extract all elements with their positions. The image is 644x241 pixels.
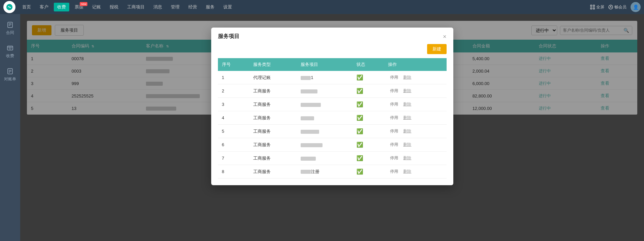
new-badge: new [80, 2, 87, 6]
status-check-icon: ✅ [356, 102, 363, 107]
svg-rect-1 [591, 5, 592, 6]
sidebar: 合同 收费 对账单 [0, 14, 20, 241]
modal-cell-item [297, 84, 352, 98]
modal-table-row: 2 工商服务 ✅ 停用 删除 [218, 84, 447, 98]
modal-cell-no: 4 [218, 111, 249, 125]
modal-table-row: 3 工商服务 ✅ 停用 删除 [218, 98, 447, 111]
status-check-icon: ✅ [356, 169, 363, 174]
statement-icon [6, 67, 14, 75]
svg-rect-11 [7, 46, 13, 50]
modal-cell-item [297, 152, 352, 165]
delete-button[interactable]: 删除 [401, 128, 413, 135]
modal-cell-type: 工商服务 [249, 152, 297, 165]
member-button[interactable]: 畅会员 [608, 4, 627, 10]
nav-item-tax[interactable]: 报税 [106, 3, 122, 11]
modal-cell-item [297, 98, 352, 111]
stop-button[interactable]: 停用 [388, 141, 400, 148]
sidebar-item-fee[interactable]: 收费 [1, 41, 19, 62]
modal-cell-status: ✅ [352, 84, 384, 98]
main-layout: 合同 收费 对账单 新增 服务项目 进行中 已结束 [0, 14, 644, 241]
service-items-modal: 服务项目 × 新建 序号 服务类型 服务项目 状态 [211, 28, 453, 185]
stop-button[interactable]: 停用 [388, 101, 400, 108]
modal-cell-no: 8 [218, 165, 249, 178]
delete-button[interactable]: 删除 [401, 114, 413, 121]
status-check-icon: ✅ [356, 88, 363, 94]
modal-col-type: 服务类型 [249, 58, 297, 71]
modal-table-row: 1 代理记账 1 ✅ 停用 删除 [218, 71, 447, 84]
modal-cell-action: 停用 删除 [384, 98, 447, 111]
fullscreen-label: 全屏 [596, 4, 604, 10]
stop-button[interactable]: 停用 [388, 87, 400, 94]
modal-new-button[interactable]: 新建 [427, 44, 447, 54]
svg-rect-3 [591, 8, 592, 9]
top-navigation: 首页 客户 收费 票据 new 记账 报税 工商项目 消息 管理 经营 服务 设… [0, 0, 644, 14]
delete-button[interactable]: 删除 [401, 141, 413, 148]
modal-cell-type: 工商服务 [249, 98, 297, 111]
modal-cell-status: ✅ [352, 165, 384, 178]
svg-point-6 [610, 6, 611, 7]
nav-item-industrial[interactable]: 工商项目 [124, 3, 148, 11]
service-items-table: 序号 服务类型 服务项目 状态 操作 1 代理记账 1 ✅ 停用 删除 2 [218, 58, 447, 178]
modal-cell-no: 2 [218, 84, 249, 98]
modal-col-no: 序号 [218, 58, 249, 71]
modal-cell-item [297, 111, 352, 125]
modal-cell-item [297, 138, 352, 152]
nav-item-customer[interactable]: 客户 [36, 3, 52, 11]
sidebar-item-contract[interactable]: 合同 [1, 17, 19, 39]
modal-cell-status: ✅ [352, 125, 384, 138]
status-check-icon: ✅ [356, 75, 363, 80]
fullscreen-button[interactable]: 全屏 [590, 4, 604, 10]
nav-item-service[interactable]: 服务 [202, 3, 218, 11]
modal-cell-action: 停用 删除 [384, 165, 447, 178]
nav-item-invoice[interactable]: 票据 new [71, 3, 87, 11]
modal-cell-action: 停用 删除 [384, 138, 447, 152]
member-label: 畅会员 [614, 4, 627, 10]
delete-button[interactable]: 删除 [401, 74, 413, 81]
nav-item-fee[interactable]: 收费 [54, 3, 69, 11]
svg-rect-7 [8, 22, 12, 28]
nav-item-settings[interactable]: 设置 [220, 3, 235, 11]
modal-cell-type: 工商服务 [249, 111, 297, 125]
stop-button[interactable]: 停用 [388, 155, 400, 162]
stop-button[interactable]: 停用 [388, 128, 400, 135]
nav-item-manage[interactable]: 管理 [167, 3, 183, 11]
modal-cell-type: 工商服务 [249, 84, 297, 98]
modal-col-item: 服务项目 [297, 58, 352, 71]
stop-button[interactable]: 停用 [388, 74, 400, 81]
modal-cell-action: 停用 删除 [384, 152, 447, 165]
modal-cell-status: ✅ [352, 98, 384, 111]
status-check-icon: ✅ [356, 155, 363, 161]
delete-button[interactable]: 删除 [401, 155, 413, 162]
nav-right: 全屏 畅会员 👤 [590, 2, 641, 12]
status-check-icon: ✅ [356, 128, 363, 134]
avatar[interactable]: 👤 [631, 2, 641, 12]
sidebar-item-statement[interactable]: 对账单 [1, 64, 19, 85]
stop-button[interactable]: 停用 [388, 114, 400, 121]
delete-button[interactable]: 删除 [401, 87, 413, 94]
modal-close-button[interactable]: × [443, 34, 447, 40]
modal-header-row: 序号 服务类型 服务项目 状态 操作 [218, 58, 447, 71]
nav-item-message[interactable]: 消息 [150, 3, 165, 11]
modal-cell-action: 停用 删除 [384, 71, 447, 84]
nav-items: 首页 客户 收费 票据 new 记账 报税 工商项目 消息 管理 经营 服务 设… [19, 3, 590, 11]
nav-item-home[interactable]: 首页 [19, 3, 34, 11]
modal-cell-type: 工商服务 [249, 125, 297, 138]
delete-button[interactable]: 删除 [401, 168, 413, 175]
modal-cell-status: ✅ [352, 71, 384, 84]
svg-rect-2 [593, 5, 595, 6]
nav-item-operation[interactable]: 经营 [185, 3, 200, 11]
modal-cell-item [297, 125, 352, 138]
modal-cell-type: 工商服务 [249, 138, 297, 152]
nav-item-bookkeeping[interactable]: 记账 [89, 3, 104, 11]
fee-icon [6, 44, 14, 52]
modal-cell-type: 工商服务 [249, 165, 297, 178]
status-check-icon: ✅ [356, 115, 363, 121]
modal-col-action: 操作 [384, 58, 447, 71]
content-area: 新增 服务项目 进行中 已结束 全部 🔍 [20, 14, 644, 241]
modal-body: 序号 服务类型 服务项目 状态 操作 1 代理记账 1 ✅ 停用 删除 2 [211, 58, 453, 185]
stop-button[interactable]: 停用 [388, 168, 400, 175]
delete-button[interactable]: 删除 [401, 101, 413, 108]
modal-cell-no: 1 [218, 71, 249, 84]
sidebar-item-statement-label: 对账单 [4, 76, 16, 82]
svg-point-12 [9, 47, 11, 49]
